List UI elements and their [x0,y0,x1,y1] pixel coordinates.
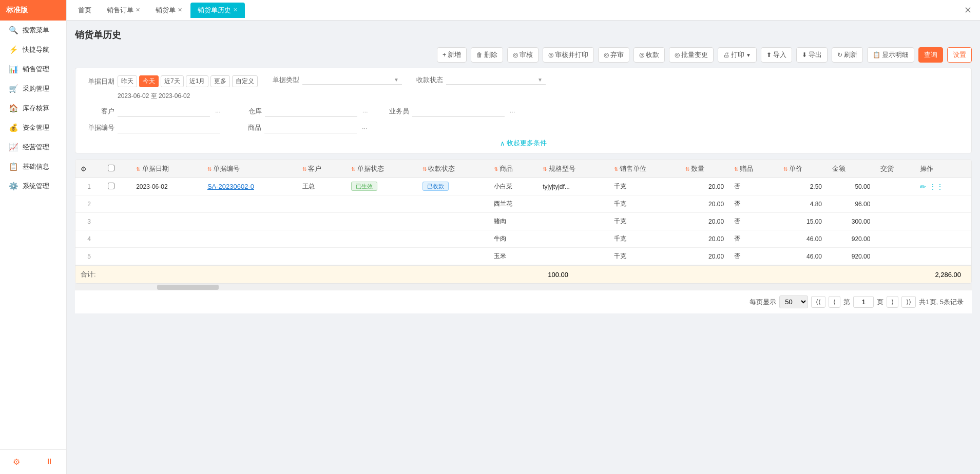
row-checkbox[interactable] [108,183,114,189]
tab-sales-goods[interactable]: 销货单 ✕ [148,3,189,18]
tab-sales-goods-close[interactable]: ✕ [178,7,182,13]
import-button[interactable]: ⬆ 导入 [761,47,792,63]
row-goods-cell: 猪肉 [489,213,537,230]
row-goods-cell: 西兰花 [489,195,537,213]
sort-price-icon[interactable]: ⇅ [783,166,787,172]
sidebar-item-finance[interactable]: 💰 资金管理 [0,118,66,137]
more-action-icon[interactable]: ⋮⋮ [929,183,944,191]
warehouse-input[interactable] [265,106,357,117]
salesperson-dots-btn[interactable]: ··· [510,108,515,115]
abandon-button[interactable]: ◎ 弃审 [598,47,629,63]
doc-no-link[interactable]: SA-20230602-0 [207,183,254,190]
row-unit-cell: 千克 [609,213,680,230]
tab-sales-history[interactable]: 销货单历史 ✕ [190,3,245,18]
tab-home[interactable]: 首页 [71,3,99,18]
sort-qty-icon[interactable]: ⇅ [685,166,689,172]
last-page-btn[interactable]: ⟩⟩ [901,296,916,308]
salesperson-input[interactable] [412,106,505,117]
row-price-cell: 46.00 [778,248,827,265]
audit-print-button[interactable]: ◎ 审核并打印 [543,47,594,63]
sidebar-item-sys-mgmt[interactable]: ⚙️ 系统管理 [0,176,66,196]
sidebar-item-search-menu[interactable]: 🔍 搜索菜单 [0,21,66,40]
row-date-cell [131,213,202,230]
filter-pay-status-item: 收款状态 ▼ [412,75,546,85]
row-checkbox-cell [103,213,131,230]
row-docno-cell [202,230,297,248]
sidebar-item-inventory[interactable]: 🏠 库存核算 [0,98,66,118]
show-detail-button[interactable]: 📋 显示明细 [867,47,914,63]
close-all-tabs-btn[interactable]: ✕ [960,3,976,18]
ops-mgmt-icon: 📈 [9,143,18,152]
edit-action-icon[interactable]: ✏ [920,183,926,191]
tab-sales-history-close[interactable]: ✕ [233,7,238,13]
row-checkbox-cell [103,230,131,248]
sort-paystatus-icon[interactable]: ⇅ [422,166,427,172]
date-btn-more[interactable]: 更多 [210,75,230,87]
filter-more-area: ∧ 收起更多条件 [84,139,963,148]
date-btn-1month[interactable]: 近1月 [186,75,209,87]
scrollbar-thumb[interactable] [157,285,219,290]
next-page-btn[interactable]: ⟩ [887,296,898,308]
row-action-cell [915,230,971,248]
sidebar-item-ops-mgmt[interactable]: 📈 经营管理 [0,137,66,157]
row-customer-cell [297,213,346,230]
date-btn-custom[interactable]: 自定义 [232,75,258,87]
refresh-button[interactable]: ↻ 刷新 [832,47,863,63]
goods-dots-btn[interactable]: ··· [362,124,368,132]
sort-date-icon[interactable]: ⇅ [136,166,140,172]
warehouse-dots-btn[interactable]: ··· [362,108,368,115]
collect-button[interactable]: ◎ 收款 [633,47,665,63]
delete-button[interactable]: 🗑 删除 [471,47,503,63]
row-docstatus-cell [346,248,417,265]
row-date-cell [131,248,202,265]
sort-spec-icon[interactable]: ⇅ [543,166,547,172]
page-number-input[interactable]: 1 [853,296,874,308]
sort-customer-icon[interactable]: ⇅ [302,166,306,172]
sidebar-settings-btn[interactable]: ⚙ [10,454,23,470]
row-customer-cell [297,230,346,248]
first-page-btn[interactable]: ⟨⟨ [811,296,825,308]
settings-button[interactable]: 设置 [947,47,972,63]
tab-sales-order[interactable]: 销售订单 ✕ [100,3,147,18]
sort-docstatus-icon[interactable]: ⇅ [351,166,355,172]
sort-goods-icon[interactable]: ⇅ [494,166,498,172]
docno-input[interactable] [118,122,220,133]
goods-input[interactable] [264,122,357,133]
add-button[interactable]: + 新增 [437,47,467,63]
collapse-filter-btn[interactable]: ∧ 收起更多条件 [500,139,547,148]
filter-salesperson-item: 业务员 ··· [378,106,515,117]
per-page-select[interactable]: 50 100 200 [779,295,808,308]
horizontal-scrollbar[interactable] [75,284,972,290]
sidebar-collapse-btn[interactable]: ⏸ [42,454,56,470]
print-button[interactable]: 🖨 打印 ▼ [718,47,757,63]
date-btn-today[interactable]: 今天 [139,75,159,87]
date-btn-yesterday[interactable]: 昨天 [118,75,137,87]
customer-input[interactable] [118,106,210,117]
sort-unit-icon[interactable]: ⇅ [614,166,618,172]
sidebar-item-basic-info[interactable]: 📋 基础信息 [0,157,66,176]
audit-button[interactable]: ◎ 审核 [507,47,539,63]
export-button[interactable]: ⬇ 导出 [796,47,828,63]
tab-sales-order-close[interactable]: ✕ [136,7,140,13]
sidebar-item-purchase-mgmt[interactable]: 🛒 采购管理 [0,79,66,98]
doc-type-select[interactable]: ▼ [302,75,402,85]
col-settings[interactable]: ⚙ [75,160,103,178]
date-btn-7days[interactable]: 近7天 [161,75,184,87]
customer-dots-btn[interactable]: ··· [215,108,221,115]
search-menu-icon: 🔍 [9,26,18,35]
sort-docno-icon[interactable]: ⇅ [207,166,212,172]
pay-status-select[interactable]: ▼ [446,75,546,85]
select-all-checkbox[interactable] [108,165,114,171]
footer-total-qty: 100.00 [471,271,573,279]
pagination: 每页显示 50 100 200 ⟨⟨ ⟨ 第 1 页 ⟩ ⟩⟩ 共1页, 5条记… [75,290,972,313]
sidebar-item-sales-mgmt[interactable]: 📊 销售管理 [0,60,66,79]
sort-gift-icon[interactable]: ⇅ [734,166,738,172]
sidebar-item-label: 库存核算 [23,104,49,113]
row-checkbox-cell [103,178,131,195]
batch-change-button[interactable]: ◎ 批量变更 [669,47,714,63]
collapse-icon: ∧ [500,140,505,147]
pay-status-badge: 已收款 [422,182,449,191]
query-button[interactable]: 查询 [918,47,943,63]
sidebar-item-quick-nav[interactable]: ⚡ 快捷导航 [0,40,66,60]
prev-page-btn[interactable]: ⟨ [829,296,840,308]
